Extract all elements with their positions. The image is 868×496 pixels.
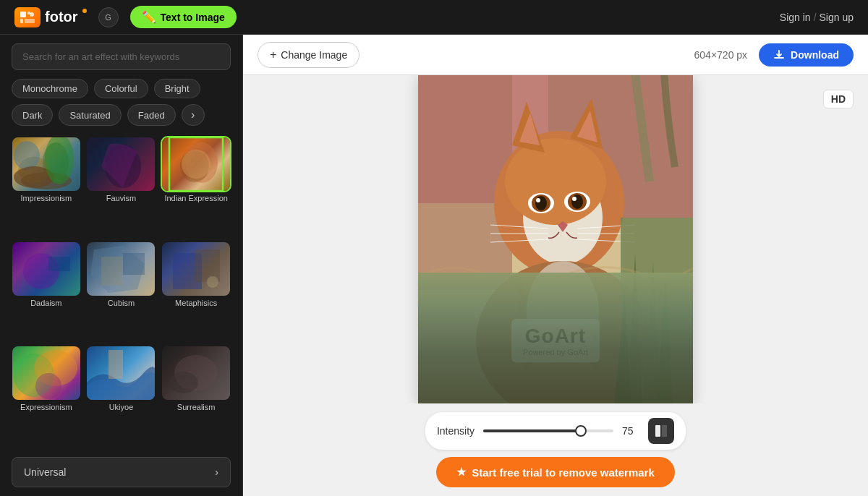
watermark-label: Start free trial to remove watermark	[472, 466, 655, 479]
main-image: GoArt Powered by GoArt	[418, 75, 693, 403]
svg-rect-24	[109, 350, 123, 379]
filter-saturated[interactable]: Saturated	[59, 104, 121, 126]
download-icon	[773, 49, 785, 61]
list-item[interactable]: Surrealism	[161, 346, 231, 445]
intensity-slider[interactable]	[483, 429, 613, 432]
art-thumb-ukiyoe	[87, 346, 155, 400]
list-item[interactable]: Indian Expression	[161, 137, 231, 236]
svg-point-44	[571, 194, 583, 209]
list-item[interactable]: Ukiyoe	[87, 346, 156, 445]
art-label-metaphysics: Metaphisics	[175, 299, 217, 307]
svg-rect-14	[48, 257, 70, 271]
svg-point-8	[14, 141, 40, 170]
sign-in-link[interactable]: Sign in	[780, 12, 811, 23]
canvas-area: HD	[243, 75, 868, 403]
art-label-impressionism: Impressionism	[20, 194, 72, 202]
logo-text: fotor	[45, 9, 78, 25]
filter-monochrome[interactable]: Monochrome	[12, 79, 88, 98]
hd-badge[interactable]: HD	[823, 90, 854, 108]
art-thumb-impressionism	[12, 137, 80, 191]
plus-icon: +	[270, 48, 276, 61]
main-layout: Monochrome Colorful Bright Dark Saturate…	[0, 35, 868, 496]
search-input[interactable]	[12, 43, 231, 70]
svg-rect-12	[169, 137, 223, 191]
svg-point-5	[21, 172, 72, 189]
svg-point-7	[18, 157, 50, 183]
list-item[interactable]: Dadaism	[12, 242, 81, 341]
bottom-controls: Intensity 75 ★ Start free trial to remov…	[243, 403, 868, 496]
ai-badge[interactable]: G	[98, 7, 119, 27]
intensity-row: Intensity 75	[425, 412, 686, 450]
svg-rect-17	[123, 253, 145, 275]
header: fotor G ✏️ Text to Image Sign in / Sign …	[0, 0, 868, 35]
logo-dot	[82, 9, 87, 13]
cat-artwork: GoArt Powered by GoArt	[418, 75, 693, 403]
compare-icon	[655, 424, 668, 437]
art-grid: Impressionism Fauvism	[0, 132, 242, 451]
intensity-fill	[483, 429, 581, 432]
art-label-indian: Indian Expression	[164, 194, 227, 202]
compare-button[interactable]	[648, 418, 674, 444]
intensity-label: Intensity	[437, 425, 475, 437]
svg-rect-0	[20, 12, 26, 17]
svg-point-55	[527, 261, 599, 362]
universal-button[interactable]: Universal ›	[12, 457, 231, 487]
art-label-surrealism: Surrealism	[177, 403, 216, 411]
list-item[interactable]: Metaphisics	[161, 242, 231, 341]
header-auth: Sign in / Sign up	[780, 12, 854, 23]
list-item[interactable]: Cubism	[87, 242, 156, 341]
list-item[interactable]: Expressionism	[12, 346, 81, 445]
svg-rect-3	[25, 19, 35, 23]
right-toolbar: + Change Image 604×720 px Download	[243, 35, 868, 75]
svg-point-20	[207, 276, 218, 288]
cat-svg-artwork	[418, 75, 693, 403]
download-button[interactable]: Download	[759, 43, 854, 67]
art-thumb-cubism	[87, 242, 155, 296]
universal-row: Universal ›	[0, 451, 242, 496]
svg-point-34	[505, 138, 606, 225]
svg-point-4	[30, 12, 34, 17]
svg-point-6	[43, 142, 69, 183]
filter-more-button[interactable]: ›	[182, 104, 205, 126]
art-label-cubism: Cubism	[108, 299, 135, 307]
search-box	[0, 35, 242, 79]
art-thumb-indian	[162, 137, 230, 191]
art-label-expressionism: Expressionism	[20, 403, 72, 411]
svg-rect-2	[20, 19, 23, 23]
filter-row-2: Dark Saturated Faded ›	[0, 104, 242, 132]
sign-up-link[interactable]: Sign up	[820, 12, 854, 23]
filter-colorful[interactable]: Colorful	[94, 79, 148, 98]
filter-faded[interactable]: Faded	[127, 104, 176, 126]
svg-point-11	[180, 150, 209, 182]
goart-subtitle: Powered by GoArt	[523, 348, 588, 356]
text-to-image-icon: ✏️	[142, 10, 156, 24]
fotor-logo-icon	[14, 7, 41, 27]
auth-separator: /	[814, 12, 817, 23]
intensity-handle	[575, 425, 587, 437]
art-label-fauvism: Fauvism	[106, 194, 137, 202]
filter-row: Monochrome Colorful Bright	[0, 79, 242, 104]
svg-point-27	[169, 372, 198, 393]
list-item[interactable]: Fauvism	[87, 137, 156, 236]
text-to-image-button[interactable]: ✏️ Text to Image	[130, 6, 237, 28]
svg-rect-58	[662, 425, 667, 437]
download-label: Download	[791, 49, 839, 61]
universal-chevron-icon: ›	[215, 466, 218, 478]
svg-rect-16	[101, 257, 123, 286]
list-item[interactable]: Impressionism	[12, 137, 81, 236]
filter-dark[interactable]: Dark	[12, 104, 53, 126]
change-image-button[interactable]: + Change Image	[258, 42, 359, 68]
change-image-label: Change Image	[281, 49, 347, 61]
art-thumb-expressionism	[12, 346, 80, 400]
svg-point-54	[476, 261, 650, 403]
svg-point-10	[186, 142, 218, 183]
watermark-button[interactable]: ★ Start free trial to remove watermark	[436, 457, 675, 487]
star-icon: ★	[456, 466, 466, 479]
art-thumb-surrealism	[162, 346, 230, 400]
goart-watermark: GoArt Powered by GoArt	[511, 319, 600, 362]
art-thumb-fauvism	[87, 137, 155, 191]
art-thumb-metaphysics	[162, 242, 230, 296]
filter-bright[interactable]: Bright	[154, 79, 200, 98]
universal-label: Universal	[24, 466, 66, 478]
svg-point-45	[536, 198, 540, 202]
